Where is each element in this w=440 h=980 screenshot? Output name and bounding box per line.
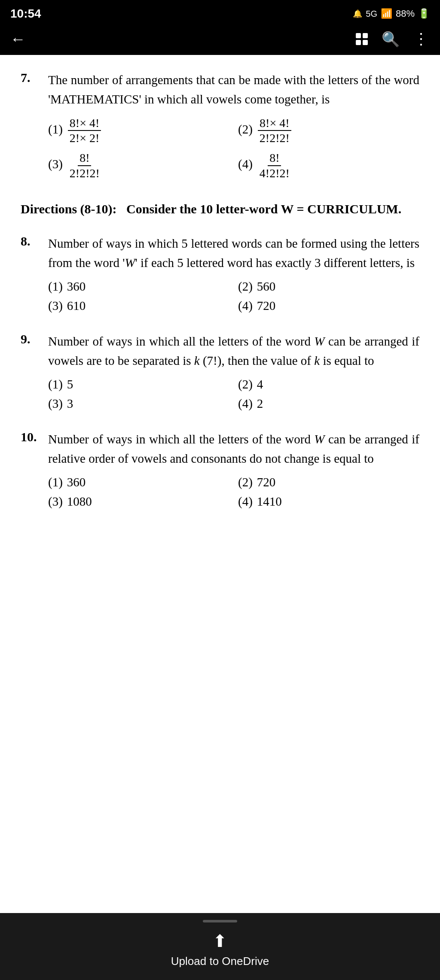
bottom-handle xyxy=(203,920,237,922)
option-label: (1) xyxy=(48,279,63,294)
question-9-option-4[interactable]: (4) 2 xyxy=(238,397,419,411)
option-value: 360 xyxy=(67,475,86,489)
question-10-text: Number of ways in which all the letters … xyxy=(48,430,419,468)
option-label: (3) xyxy=(48,495,63,509)
option-label: (3) xyxy=(48,299,63,313)
option-label: (3) xyxy=(48,157,63,171)
battery-label: 88% xyxy=(396,8,415,19)
directions-label: Directions (8-10): xyxy=(21,202,117,216)
back-button[interactable]: ← xyxy=(10,30,26,48)
question-10-options: (1) 360 (2) 720 (3) 1080 (4) 1410 xyxy=(48,475,419,509)
question-9-option-3[interactable]: (3) 3 xyxy=(48,397,229,411)
option-label: (4) xyxy=(238,299,253,313)
option-fraction: 8!× 4! 2!× 2! xyxy=(67,116,102,146)
option-value: 1080 xyxy=(67,495,92,509)
status-bar: 10:54 🔔 5G 📶 88% 🔋 xyxy=(0,0,440,26)
option-value: 720 xyxy=(257,299,276,313)
option-label: (2) xyxy=(238,377,253,391)
question-7: 7. The number of arrangements that can b… xyxy=(21,70,419,180)
option-fraction: 8! 2!2!2! xyxy=(67,151,102,180)
status-time: 10:54 xyxy=(10,7,41,21)
option-label: (2) xyxy=(238,279,253,294)
option-label: (1) xyxy=(48,122,63,137)
option-value: 3 xyxy=(67,397,73,411)
question-8-text: Number of ways in which 5 lettered words… xyxy=(48,234,419,273)
question-10: 10. Number of ways in which all the lett… xyxy=(21,430,419,509)
nav-bar: ← 🔍 ⋮ xyxy=(0,26,440,55)
option-label: (1) xyxy=(48,475,63,489)
option-label: (4) xyxy=(238,157,253,171)
question-9: 9. Number of ways in which all the lette… xyxy=(21,332,419,411)
question-7-number: 7. xyxy=(21,70,41,109)
signal-label: 5G xyxy=(366,9,377,19)
option-value: 1410 xyxy=(257,495,282,509)
question-9-options: (1) 5 (2) 4 (3) 3 (4) 2 xyxy=(48,377,419,411)
alarm-icon: 🔔 xyxy=(353,9,362,18)
question-7-option-3[interactable]: (3) 8! 2!2!2! xyxy=(48,151,229,180)
option-fraction: 8!× 4! 2!2!2! xyxy=(257,116,292,146)
option-value: 4 xyxy=(257,377,263,391)
question-9-text: Number of ways in which all the letters … xyxy=(48,332,419,370)
question-7-text: The number of arrangements that can be m… xyxy=(48,70,419,109)
nav-right: 🔍 ⋮ xyxy=(356,30,430,48)
wifi-icon: 📶 xyxy=(381,8,392,19)
battery-icon: 🔋 xyxy=(418,8,430,19)
upload-button[interactable]: ⬆ Upload to OneDrive xyxy=(171,931,269,968)
option-value: 720 xyxy=(257,475,276,489)
question-8: 8. Number of ways in which 5 lettered wo… xyxy=(21,234,419,313)
grid-view-icon[interactable] xyxy=(356,33,368,45)
option-value: 5 xyxy=(67,377,73,391)
question-7-option-2[interactable]: (2) 8!× 4! 2!2!2! xyxy=(238,116,419,146)
status-icons: 🔔 5G 📶 88% 🔋 xyxy=(353,8,430,19)
question-9-header: 9. Number of ways in which all the lette… xyxy=(21,332,419,370)
option-label: (2) xyxy=(238,475,253,489)
question-8-option-2[interactable]: (2) 560 xyxy=(238,279,419,294)
main-content: 7. The number of arrangements that can b… xyxy=(0,55,440,913)
question-10-option-4[interactable]: (4) 1410 xyxy=(238,495,419,509)
question-8-option-3[interactable]: (3) 610 xyxy=(48,299,229,313)
question-8-option-1[interactable]: (1) 360 xyxy=(48,279,229,294)
bottom-bar: ⬆ Upload to OneDrive xyxy=(0,913,440,980)
option-value: 360 xyxy=(67,279,86,294)
question-10-number: 10. xyxy=(21,430,41,468)
question-8-options: (1) 360 (2) 560 (3) 610 (4) 720 xyxy=(48,279,419,313)
question-8-header: 8. Number of ways in which 5 lettered wo… xyxy=(21,234,419,273)
nav-left: ← xyxy=(10,30,26,48)
search-button[interactable]: 🔍 xyxy=(382,30,400,48)
option-label: (2) xyxy=(238,122,253,137)
option-label: (1) xyxy=(48,377,63,391)
question-10-option-2[interactable]: (2) 720 xyxy=(238,475,419,489)
upload-icon: ⬆ xyxy=(213,931,227,951)
question-9-option-1[interactable]: (1) 5 xyxy=(48,377,229,391)
option-value: 610 xyxy=(67,299,86,313)
question-7-header: 7. The number of arrangements that can b… xyxy=(21,70,419,109)
option-label: (4) xyxy=(238,397,253,411)
option-fraction: 8! 4!2!2! xyxy=(257,151,292,180)
question-8-number: 8. xyxy=(21,234,41,273)
directions-block: Directions (8-10): Consider the 10 lette… xyxy=(21,199,419,218)
option-label: (3) xyxy=(48,397,63,411)
upload-label: Upload to OneDrive xyxy=(171,955,269,968)
question-7-option-1[interactable]: (1) 8!× 4! 2!× 2! xyxy=(48,116,229,146)
question-9-option-2[interactable]: (2) 4 xyxy=(238,377,419,391)
question-10-option-3[interactable]: (3) 1080 xyxy=(48,495,229,509)
option-value: 560 xyxy=(257,279,276,294)
more-options-button[interactable]: ⋮ xyxy=(413,30,430,48)
question-10-header: 10. Number of ways in which all the lett… xyxy=(21,430,419,468)
option-label: (4) xyxy=(238,495,253,509)
directions-text: Consider the 10 letter-word W = CURRICUL… xyxy=(120,202,401,216)
question-7-options: (1) 8!× 4! 2!× 2! (2) 8!× 4! 2!2!2! xyxy=(48,116,419,180)
question-7-option-4[interactable]: (4) 8! 4!2!2! xyxy=(238,151,419,180)
question-8-option-4[interactable]: (4) 720 xyxy=(238,299,419,313)
option-value: 2 xyxy=(257,397,263,411)
question-10-option-1[interactable]: (1) 360 xyxy=(48,475,229,489)
question-9-number: 9. xyxy=(21,332,41,370)
